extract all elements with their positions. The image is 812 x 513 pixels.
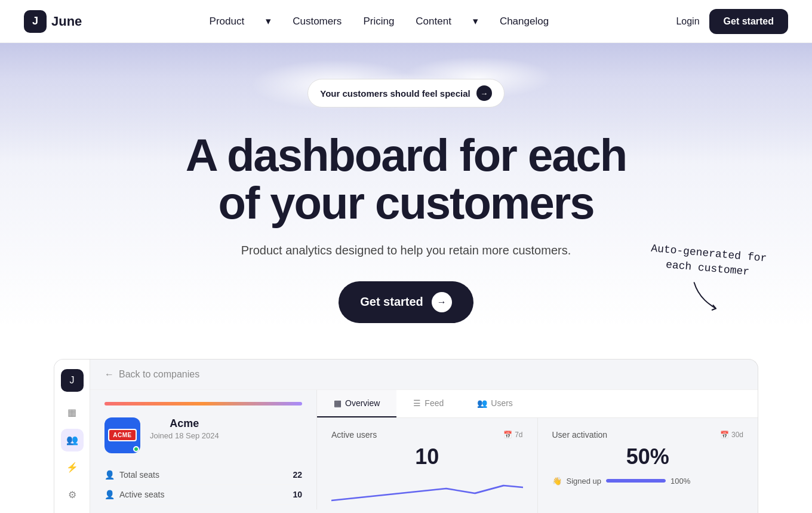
sidebar-lightning-icon[interactable]: ⚡: [61, 456, 84, 479]
nav-content-chevron: ▾: [473, 15, 478, 27]
user-activation-metric: User activation 📅 30d 50% 👋 Signed: [538, 418, 758, 513]
company-details: Acme Joined 18 Sep 2024: [150, 417, 219, 440]
online-status-dot: [133, 446, 139, 452]
active-seats-row: 👤 Active seats 10: [104, 485, 302, 505]
overview-label: Overview: [345, 398, 380, 408]
hero-badge-text: Your customers should feel special: [320, 88, 470, 99]
back-to-companies[interactable]: ← Back to companies: [90, 360, 758, 390]
active-users-metric: Active users 📅 7d 10: [317, 418, 538, 513]
company-name: Acme: [150, 417, 219, 430]
back-label: Back to companies: [119, 369, 199, 380]
sidebar-settings-icon[interactable]: ⚙: [61, 484, 84, 506]
logo-letter: J: [32, 15, 38, 27]
logo-icon: J: [24, 10, 47, 33]
signed-up-emoji: 👋: [552, 477, 562, 486]
hero-title-line2: of your customers: [218, 177, 593, 228]
hero-badge[interactable]: Your customers should feel special →: [307, 79, 504, 107]
user-activation-header: User activation 📅 30d: [552, 430, 744, 440]
metrics-row: Active users 📅 7d 10: [317, 418, 758, 513]
signed-up-progress-bar: [606, 479, 666, 483]
company-stats: 👤 Total seats 22 👤 Active seats: [104, 465, 302, 505]
user-activation-value: 50%: [552, 444, 744, 469]
active-seats-value: 10: [293, 490, 302, 499]
nav-pricing[interactable]: Pricing: [363, 16, 394, 27]
get-started-nav-button[interactable]: Get started: [709, 9, 788, 34]
nav-customers[interactable]: Customers: [293, 16, 342, 27]
company-logo: ACME: [104, 417, 140, 453]
login-button[interactable]: Login: [676, 16, 699, 27]
logo[interactable]: J June: [24, 10, 82, 33]
nav-product[interactable]: Product: [210, 16, 245, 27]
dashboard-preview: J ▦ 👥 ⚡ ⚙ ← Back to companies: [54, 359, 758, 513]
user-activation-period: 📅 30d: [720, 431, 743, 439]
dashboard-sidebar: J ▦ 👥 ⚡ ⚙: [54, 360, 90, 513]
sidebar-analytics-icon[interactable]: ▦: [61, 401, 84, 424]
total-seats-label: 👤 Total seats: [104, 470, 159, 480]
signed-up-pct: 100%: [670, 477, 690, 486]
active-seats-label: 👤 Active seats: [104, 490, 164, 499]
active-seat-icon: 👤: [104, 490, 115, 499]
company-section: ACME Acme Joined 18 Sep 2024: [90, 390, 758, 509]
calendar-icon: 📅: [503, 431, 512, 439]
active-users-header: Active users 📅 7d: [331, 430, 523, 440]
users-tab-icon: 👥: [477, 398, 487, 408]
signed-up-label: Signed up: [567, 477, 602, 486]
sidebar-logo-icon: J: [61, 369, 84, 392]
get-started-hero-button[interactable]: Get started →: [339, 281, 473, 323]
company-joined-date: Joined 18 Sep 2024: [150, 431, 219, 440]
nav-links: Product ▾ Customers Pricing Content ▾ Ch…: [210, 15, 549, 27]
dashboard-tabs: ▦ Overview ☰ Feed 👥 Users: [317, 390, 758, 418]
active-users-chart: [331, 477, 523, 506]
tab-feed[interactable]: ☰ Feed: [396, 390, 460, 417]
user-activation-title: User activation: [552, 430, 608, 440]
feed-icon: ☰: [413, 398, 421, 408]
active-users-title: Active users: [331, 430, 377, 440]
sidebar-users-icon[interactable]: 👥: [61, 429, 84, 451]
users-label: Users: [491, 398, 513, 408]
active-users-period: 📅 7d: [503, 431, 522, 439]
navbar: J June Product ▾ Customers Pricing Conte…: [0, 0, 812, 43]
company-logo-text: ACME: [108, 429, 136, 441]
company-header: ACME Acme Joined 18 Sep 2024: [104, 417, 302, 453]
signed-up-row: 👋 Signed up 100%: [552, 477, 744, 486]
nav-product-chevron: ▾: [266, 15, 271, 27]
dashboard-inner: J ▦ 👥 ⚡ ⚙ ← Back to companies: [54, 360, 758, 513]
company-info-panel: ACME Acme Joined 18 Sep 2024: [90, 390, 317, 509]
hero-title-line1: A dashboard for each: [186, 130, 626, 180]
company-banner: [104, 402, 302, 406]
get-started-hero-label: Get started: [360, 295, 423, 309]
calendar-icon-2: 📅: [720, 431, 729, 439]
company-right-panel: ▦ Overview ☰ Feed 👥 Users: [317, 390, 758, 509]
nav-actions: Login Get started: [676, 9, 788, 34]
back-arrow-icon: ←: [104, 369, 114, 380]
total-seats-row: 👤 Total seats 22: [104, 465, 302, 485]
auto-annotation: Auto-generated foreach customer: [645, 241, 767, 321]
tab-overview[interactable]: ▦ Overview: [317, 390, 396, 417]
hero-title: A dashboard for each of your customers: [173, 131, 639, 227]
tab-users[interactable]: 👥 Users: [460, 390, 530, 417]
nav-changelog[interactable]: Changelog: [500, 16, 549, 27]
hero-section: Your customers should feel special → A d…: [0, 43, 812, 513]
logo-text: June: [51, 14, 82, 29]
total-seats-value: 22: [293, 470, 302, 480]
annotation-arrow-icon: [645, 276, 764, 321]
feed-label: Feed: [425, 398, 444, 408]
get-started-arrow-icon: →: [432, 292, 452, 312]
dashboard-main: ← Back to companies ACME Acm: [90, 360, 758, 513]
hero-badge-arrow-icon: →: [476, 85, 492, 101]
active-users-value: 10: [331, 444, 523, 469]
nav-content[interactable]: Content: [416, 16, 451, 27]
overview-icon: ▦: [334, 398, 342, 408]
seat-icon: 👤: [104, 470, 115, 480]
signed-up-progress-fill: [606, 479, 666, 483]
